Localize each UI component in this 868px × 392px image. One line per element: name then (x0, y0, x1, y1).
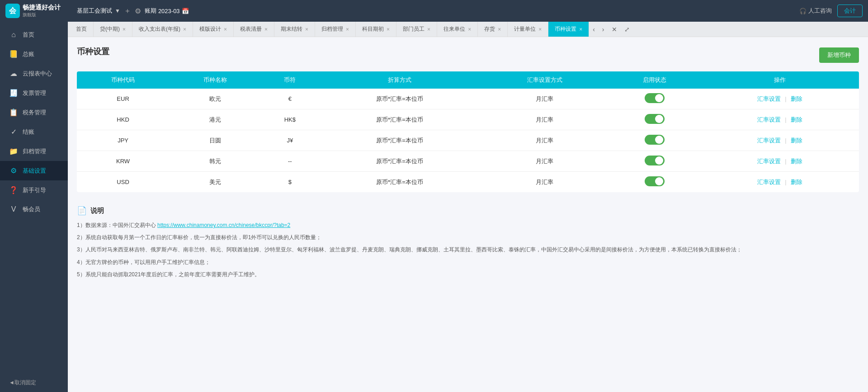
cell-code: JPY (77, 130, 169, 151)
sidebar-label-invoice: 发票管理 (23, 89, 46, 97)
tab-period-end[interactable]: 期末结转× (274, 22, 315, 37)
new-currency-button[interactable]: 新增币种 (819, 47, 859, 63)
tab-archive[interactable]: 归档管理× (315, 22, 356, 37)
cell-code: KRW (77, 151, 169, 172)
cell-name: 欧元 (169, 89, 261, 109)
help-button[interactable]: 🎧 人工咨询 (799, 7, 832, 15)
toggle-enabled[interactable] (645, 114, 665, 124)
sidebar-item-checkout[interactable]: ✓ 结账 (0, 122, 68, 142)
sidebar-item-home[interactable]: ⌂ 首页 (0, 25, 68, 44)
notice-item: 2）系统自动获取每月第一个工作日的汇率标价，统一为直接标价法，即1外币可以兑换的… (77, 233, 859, 242)
col-header-code: 币种代码 (77, 71, 169, 89)
sidebar-label-ledger: 总账 (23, 50, 34, 58)
checkout-icon: ✓ (9, 128, 18, 136)
delete-link[interactable]: 删除 (791, 179, 802, 185)
rate-setting-link[interactable]: 汇率设置 (757, 158, 781, 165)
cell-name: 港元 (169, 109, 261, 130)
cell-rate-type: 月汇率 (481, 89, 609, 109)
cell-name: 日圆 (169, 130, 261, 151)
cell-rate-type: 月汇率 (481, 151, 609, 172)
tab-inventory[interactable]: 存货× (478, 22, 508, 37)
rate-setting-link[interactable]: 汇率设置 (757, 95, 781, 102)
col-header-rate: 汇率设置方式 (481, 71, 609, 89)
sidebar-label-reports: 云报表中心 (23, 70, 52, 78)
page-title: 币种设置 (77, 46, 109, 57)
vip-icon: V (9, 205, 18, 213)
sidebar-item-settings[interactable]: ⚙ 基础设置 (0, 161, 68, 180)
company-selector[interactable]: 基层工会测试 ▼ (77, 7, 120, 15)
home-icon: ⌂ (9, 31, 18, 39)
sidebar-item-tax[interactable]: 📋 税务管理 (0, 103, 68, 122)
sidebar-item-ledger[interactable]: 📒 总账 (0, 44, 68, 64)
sidebar-item-reports[interactable]: ☁ 云报表中心 (0, 64, 68, 83)
cell-code: USD (77, 172, 169, 193)
delete-link[interactable]: 删除 (791, 116, 802, 123)
cell-name: 美元 (169, 172, 261, 193)
sidebar-item-archive[interactable]: 📁 归档管理 (0, 142, 68, 161)
sidebar-label-guide: 新手引导 (23, 186, 46, 194)
delete-link[interactable]: 删除 (791, 137, 802, 144)
cell-calc: 原币*汇率=本位币 (318, 109, 481, 130)
notice-item: 5）系统只能自动抓取2021年度后的汇率，之前年度汇率需要用户手工维护。 (77, 270, 859, 279)
rate-setting-link[interactable]: 汇率设置 (757, 179, 781, 185)
notice-item: 4）无官方牌价的币种，可以用用户手工维护汇率信息； (77, 258, 859, 267)
col-header-status: 启用状态 (609, 71, 701, 89)
table-row: USD 美元 $ 原币*汇率=本位币 月汇率 汇率设置 | 删除 (77, 172, 859, 193)
toggle-enabled[interactable] (645, 156, 665, 165)
archive-icon: 📁 (9, 147, 18, 156)
cell-symbol: HK$ (261, 109, 318, 130)
rate-setting-link[interactable]: 汇率设置 (757, 116, 781, 123)
add-tab-button[interactable]: ＋ (124, 6, 131, 16)
sidebar-label-checkout: 结账 (23, 128, 34, 136)
cell-status (609, 109, 701, 130)
tab-prev-button[interactable]: ‹ (589, 24, 599, 35)
sidebar-label-tax: 税务管理 (23, 109, 46, 117)
tab-next-button[interactable]: › (599, 24, 608, 35)
tab-close-all-button[interactable]: ✕ (608, 24, 621, 35)
cell-code: HKD (77, 109, 169, 130)
settings-button[interactable]: ⚙ (135, 7, 141, 15)
cell-name: 韩元 (169, 151, 261, 172)
guide-icon: ❓ (9, 186, 18, 194)
sidebar-item-invoice[interactable]: 🧾 发票管理 (0, 83, 68, 103)
sidebar-unpin[interactable]: ◄取消固定 (0, 373, 68, 392)
cell-actions: 汇率设置 | 删除 (701, 130, 859, 151)
delete-link[interactable]: 删除 (791, 95, 802, 102)
toggle-enabled[interactable] (645, 93, 665, 103)
cell-actions: 汇率设置 | 删除 (701, 89, 859, 109)
account-button[interactable]: 会计 (837, 5, 863, 17)
tab-currency[interactable]: 币种设置× (548, 22, 589, 37)
tab-units[interactable]: 计量单位× (508, 22, 548, 37)
tab-template[interactable]: 模版设计× (193, 22, 234, 37)
toggle-enabled[interactable] (645, 135, 665, 145)
tab-expand-button[interactable]: ⤢ (621, 24, 633, 35)
tab-contacts[interactable]: 往来单位× (437, 22, 478, 37)
tab-dept[interactable]: 部门员工× (396, 22, 437, 37)
rate-setting-link[interactable]: 汇率设置 (757, 137, 781, 144)
cell-actions: 汇率设置 | 删除 (701, 151, 859, 172)
tab-home[interactable]: 首页 (70, 22, 94, 37)
notice-title-text: 说明 (90, 207, 104, 215)
delete-link[interactable]: 删除 (791, 158, 802, 165)
notice-item: 3）人民币对马来西亚林吉特、俄罗斯卢布、南非兰特、韩元、阿联酋迪拉姆、沙特里亚尔… (77, 246, 859, 254)
tab-tax-table[interactable]: 税表清册× (234, 22, 274, 37)
company-name: 基层工会测试 (77, 7, 112, 15)
table-row: HKD 港元 HK$ 原币*汇率=本位币 月汇率 汇率设置 | 删除 (77, 109, 859, 130)
col-header-name: 币种名称 (169, 71, 261, 89)
invoice-icon: 🧾 (9, 89, 18, 97)
cell-status (609, 151, 701, 172)
tab-bar: 首页 贷(中期)× 收入支出表(年报)× 模版设计× 税表清册× 期末结转× 归… (68, 22, 868, 37)
tab-subjects[interactable]: 科目期初× (356, 22, 396, 37)
logo-text: 畅捷通好会计 (23, 4, 61, 12)
toggle-enabled[interactable] (645, 176, 665, 186)
tab-income[interactable]: 收入支出表(年报)× (132, 22, 193, 37)
headset-icon: 🎧 (799, 8, 807, 14)
cell-status (609, 89, 701, 109)
cell-calc: 原币*汇率=本位币 (318, 89, 481, 109)
notice-link[interactable]: https://www.chinamoney.com.cn/chinese/bk… (157, 222, 290, 228)
cell-rate-type: 月汇率 (481, 172, 609, 193)
calendar-icon[interactable]: 📅 (182, 8, 189, 14)
sidebar-item-guide[interactable]: ❓ 新手引导 (0, 180, 68, 200)
tab-loan[interactable]: 贷(中期)× (94, 22, 132, 37)
sidebar-item-vip[interactable]: V 畅会员 (0, 200, 68, 219)
